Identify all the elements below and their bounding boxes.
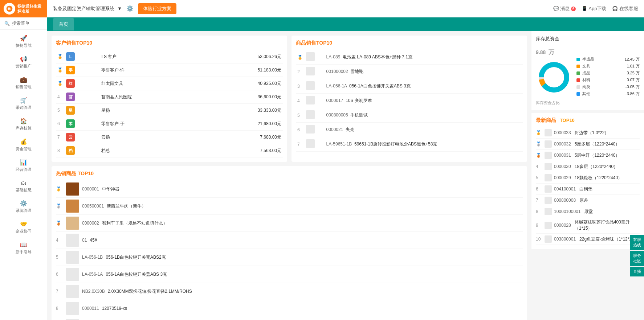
hot-thumb-4 [66, 234, 79, 247]
rank-num-7: 7 [56, 131, 65, 144]
try-plan-button[interactable]: 体验行业方案 [138, 3, 176, 14]
new-code-1: 0000033 [554, 130, 571, 135]
sidebar-item-inventory[interactable]: 🏠 库存核算 [0, 114, 47, 135]
legend-label-finished: 成品 [582, 70, 625, 76]
dashboard: 客户销售TOP10 🏅 L LS 客户 53,006.26元 🏅 [47, 31, 531, 320]
new-icon-10 [545, 235, 552, 243]
table-row: 4 苔 苔南县人民医院 36,600.00元 [56, 90, 283, 104]
rank-medal-2: 🏅 [56, 63, 65, 77]
list-item: 6 004100001 白钢垫 [536, 184, 640, 195]
float-btn-live[interactable]: 直播 [630, 267, 644, 276]
hot-code-3: 0000002 [82, 221, 99, 226]
customer-amount-2: 51,183.00元 [202, 63, 283, 77]
sidebar-item-system[interactable]: ⚙️ 系统管理 [0, 196, 47, 217]
list-item: 8 10000100001 原堂 [536, 206, 640, 217]
content-area: 客户销售TOP10 🏅 L LS 客户 53,006.26元 🏅 [47, 31, 644, 320]
table-row: 7 云 云扬 7,680.00元 [56, 131, 283, 144]
online-service-label: 在线客服 [619, 6, 638, 11]
prod-rank-num-2: 2 [296, 65, 305, 79]
tab-bar: 首页 [47, 17, 644, 31]
prod-info-4: 0000017 10S 变刹罗摩 [325, 94, 523, 108]
float-service-buttons: 客服热线 服务社区 直播 [630, 235, 644, 276]
inventory-icon: 🏠 [20, 118, 27, 124]
app-download-icon[interactable]: 📱 App下载 [582, 5, 606, 12]
settings-icon[interactable]: ⚙️ [126, 5, 134, 12]
list-item: 5 0000029 18颗粒板（1220*2440） [536, 172, 640, 184]
sidebar-search-item[interactable]: 🔍 搜索菜单 [0, 17, 47, 30]
new-rank-4: 4 [536, 164, 542, 169]
app-download-label: App下载 [588, 6, 606, 11]
float-btn-hotline[interactable]: 客服热线 [630, 235, 644, 250]
hot-thumb-2 [66, 200, 79, 213]
float-btn-community[interactable]: 服务社区 [630, 251, 644, 266]
hot-products-title: 热销商品 TOP10 [56, 171, 523, 177]
hot-code-4: 01 [82, 238, 87, 243]
new-products-list: 🥇 0000033 封边带（1.0*22） 🥈 0000032 5厘多层（122… [536, 127, 640, 245]
customer-name-4: 苔南县人民医院 [100, 90, 201, 104]
purchase-icon: 🛒 [20, 97, 27, 104]
table-row: 🏅 L LS 客户 53,006.26元 [56, 50, 283, 63]
message-icon[interactable]: 💬 消息 6 [553, 5, 576, 12]
new-icon-2 [545, 140, 552, 148]
sidebar-item-shortcuts[interactable]: 🚀 快捷导航 [0, 31, 47, 52]
shortcuts-icon: 🚀 [20, 35, 27, 42]
new-name-7: 原差 [579, 197, 640, 204]
customer-amount-3: 40,925.00元 [202, 77, 283, 90]
list-item: 🥈 0000032 5厘多层（1220*2440） [536, 139, 640, 150]
legend-item-stationery: 文具 1.01 万 [576, 63, 640, 69]
sidebar-item-operations[interactable]: 📊 经营管理 [0, 155, 47, 176]
customer-avatar-6: 零 [65, 117, 100, 131]
customer-avatar-7: 云 [65, 131, 100, 144]
new-rank-3: 🥉 [536, 153, 542, 158]
tab-home[interactable]: 首页 [53, 18, 74, 30]
hot-name-8: 12070519-xs [102, 306, 523, 311]
sidebar-item-basics[interactable]: 🗂 基础信息 [0, 176, 47, 196]
customer-name-7: 云扬 [100, 131, 201, 144]
customer-name-6: 零售客户-于 [100, 117, 201, 131]
hot-rank-3: 🥉 [56, 221, 63, 226]
sidebar-item-sales[interactable]: 💼 销售管理 [0, 73, 47, 93]
hot-products-list: 🥇 0000001 中华神器 🥈 000500001 新西兰牛肉（新牛） 🥉 [56, 181, 523, 320]
legend-label-other: 其他 [582, 91, 623, 97]
new-rank-5: 5 [536, 175, 542, 180]
table-row: 5 000800005 手机测试 [296, 108, 523, 123]
customer-avatar-1: L [65, 50, 100, 63]
prod-info-5: 000800005 手机测试 [325, 108, 523, 123]
sidebar-item-guide[interactable]: 📖 新手引导 [0, 238, 47, 258]
system-selector[interactable]: 装备及固定资产辅助管理系统 ▼ [53, 5, 122, 12]
inventory-card: 库存总资金 9.88 万 [531, 31, 644, 110]
list-item: 🥉 0000031 5层中纤（1220*2440） [536, 150, 640, 161]
hot-name-6: 056-1A白色按键开关盖ABS 3克 [106, 271, 523, 278]
product-ranking-panel: 商品销售TOP10 🏅 LA-089 电池盖 LA-089 ABS本色+黑种 7… [292, 36, 527, 162]
list-item: 🥉 0000002 智利车子里（规格不知道填什么） [56, 215, 523, 232]
sales-icon: 💼 [20, 76, 27, 83]
new-icon-4 [545, 163, 552, 170]
list-item: 4 01 45# [56, 232, 523, 249]
sidebar-item-marketing[interactable]: 📢 营销推广 [0, 52, 47, 73]
legend-dot-material [576, 78, 580, 82]
legend-dot-meat [576, 85, 580, 89]
svg-point-3 [541, 65, 567, 90]
table-row: 7 LA-59651-1B 59651-1B旋转投影灯电池盒ABS黑色+58克 [296, 137, 523, 152]
prod-icon-6 [305, 123, 325, 137]
new-name-3: 5层中纤（1220*2440） [575, 152, 640, 159]
customer-avatar-4: 苔 [65, 90, 100, 104]
guide-icon: 📖 [20, 241, 27, 248]
online-service-icon[interactable]: 🎧 在线客服 [612, 5, 638, 12]
list-item: 9 KK-SD22110H 花语萌恒温分娩棉被（厚款） [56, 317, 523, 320]
prod-rank-num-3: 3 [296, 79, 305, 94]
sidebar-nav: 🚀 快捷导航 📢 营销推广 💼 销售管理 🛒 采购管理 🏠 库存核算 💰 资金管… [0, 30, 47, 320]
sidebar-item-finance[interactable]: 💰 资金管理 [0, 135, 47, 155]
rank-num-5: 5 [56, 104, 65, 117]
sidebar-item-enterprise[interactable]: 🤝 企业协同 [0, 217, 47, 238]
legend-item-finished: 成品 0.25 万 [576, 70, 640, 76]
customer-name-1: LS 客户 [100, 50, 201, 63]
message-badge: 6 [571, 7, 576, 11]
sidebar-item-purchase[interactable]: 🛒 采购管理 [0, 93, 47, 114]
legend-item-semi: 半成品 12.45 万 [576, 57, 640, 62]
customer-ranking-table: 🏅 L LS 客户 53,006.26元 🏅 零 零售客户-许 51,183.0… [56, 50, 283, 157]
prod-rank-num-6: 6 [296, 123, 305, 137]
legend-value-finished: 0.25 万 [627, 70, 640, 76]
list-item: 7 000800008 原差 [536, 195, 640, 206]
legend-value-stationery: 1.01 万 [627, 63, 640, 69]
